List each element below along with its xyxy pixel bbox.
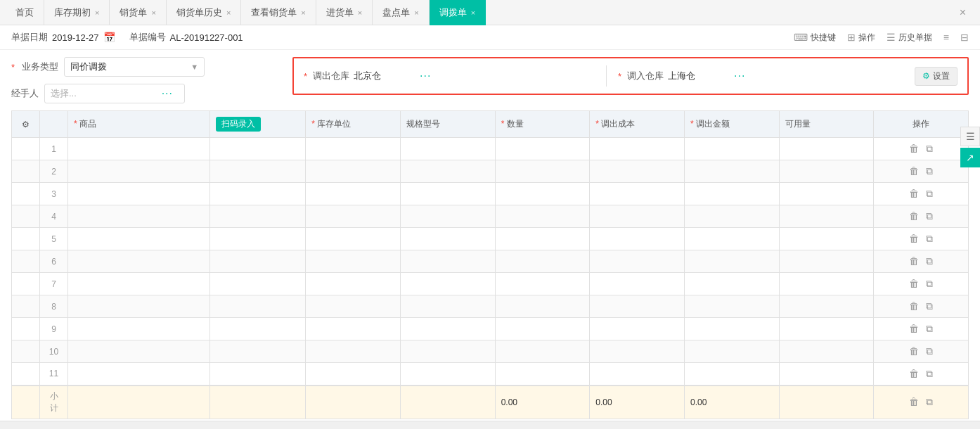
row-qty[interactable] [495, 205, 590, 228]
row-unit[interactable] [306, 340, 401, 363]
row-spec[interactable] [400, 295, 495, 318]
row-cost[interactable] [590, 228, 685, 250]
row-unit[interactable] [306, 138, 401, 160]
row-cost[interactable] [590, 340, 685, 363]
dest-warehouse-more[interactable]: ··· [734, 70, 745, 82]
row-amount[interactable] [684, 228, 779, 250]
copy-icon[interactable]: ⧉ [926, 143, 933, 154]
row-product[interactable] [68, 228, 210, 250]
row-amount[interactable] [684, 363, 779, 386]
delete-icon[interactable]: 🗑 [909, 143, 919, 154]
source-warehouse-more[interactable]: ··· [420, 70, 431, 82]
row-product[interactable] [68, 138, 210, 160]
handler-select[interactable]: 选择... ··· [44, 84, 185, 103]
business-type-select[interactable]: 同价调拨 ▼ [64, 57, 205, 77]
row-cost[interactable] [590, 318, 685, 340]
calendar-icon[interactable]: 📅 [103, 32, 115, 43]
row-unit[interactable] [306, 183, 401, 205]
row-unit[interactable] [306, 205, 401, 228]
row-cost[interactable] [590, 250, 685, 273]
row-spec[interactable] [400, 318, 495, 340]
delete-icon[interactable]: 🗑 [909, 278, 919, 289]
row-spec[interactable] [400, 273, 495, 295]
tab-view-sales[interactable]: 查看销货单 × [241, 0, 316, 25]
row-cost[interactable] [590, 205, 685, 228]
row-cost[interactable] [590, 273, 685, 295]
row-product[interactable] [68, 205, 210, 228]
row-qty[interactable] [495, 363, 590, 386]
row-qty[interactable] [495, 295, 590, 318]
row-unit[interactable] [306, 228, 401, 250]
handler-more-icon[interactable]: ··· [162, 87, 173, 100]
col-settings-header[interactable]: ⚙ [12, 111, 40, 138]
row-product[interactable] [68, 340, 210, 363]
subtotal-delete-icon[interactable]: 🗑 [909, 396, 919, 407]
delete-icon[interactable]: 🗑 [909, 345, 919, 357]
delete-icon[interactable]: 🗑 [909, 210, 919, 222]
tab-home[interactable]: 首页 [6, 0, 44, 25]
copy-icon[interactable]: ⧉ [926, 278, 933, 289]
row-cost[interactable] [590, 183, 685, 205]
row-spec[interactable] [400, 160, 495, 183]
row-cost[interactable] [590, 138, 685, 160]
close-all-tabs[interactable]: × [951, 6, 974, 19]
copy-icon[interactable]: ⧉ [926, 255, 933, 267]
row-spec[interactable] [400, 340, 495, 363]
row-qty[interactable] [495, 250, 590, 273]
delete-icon[interactable]: 🗑 [909, 323, 919, 334]
row-spec[interactable] [400, 363, 495, 386]
float-expand-btn[interactable]: ↗ [960, 148, 980, 167]
delete-icon[interactable]: 🗑 [909, 188, 919, 199]
copy-icon[interactable]: ⧉ [926, 300, 933, 312]
row-amount[interactable] [684, 183, 779, 205]
row-amount[interactable] [684, 318, 779, 340]
delete-icon[interactable]: 🗑 [909, 300, 919, 312]
tab-sales-history-close[interactable]: × [226, 8, 231, 17]
float-list-btn[interactable]: ☰ [960, 127, 980, 146]
row-cost[interactable] [590, 295, 685, 318]
row-product[interactable] [68, 295, 210, 318]
row-unit[interactable] [306, 160, 401, 183]
delete-icon[interactable]: 🗑 [909, 255, 919, 267]
row-qty[interactable] [495, 318, 590, 340]
row-amount[interactable] [684, 340, 779, 363]
copy-icon[interactable]: ⧉ [926, 368, 933, 379]
row-unit[interactable] [306, 273, 401, 295]
tab-inventory-init-close[interactable]: × [95, 8, 99, 17]
row-spec[interactable] [400, 205, 495, 228]
subtotal-copy-icon[interactable]: ⧉ [926, 396, 933, 407]
row-product[interactable] [68, 160, 210, 183]
bottom-scrollbar[interactable] [0, 421, 980, 429]
row-amount[interactable] [684, 205, 779, 228]
view-toggle-grid[interactable]: ⊟ [960, 32, 969, 43]
tab-sales-history[interactable]: 销货单历史 × [167, 0, 241, 25]
tab-purchase-order-close[interactable]: × [358, 8, 362, 17]
row-amount[interactable] [684, 273, 779, 295]
row-unit[interactable] [306, 318, 401, 340]
tab-sales-order[interactable]: 销货单 × [110, 0, 166, 25]
row-qty[interactable] [495, 228, 590, 250]
tab-view-sales-close[interactable]: × [301, 8, 305, 17]
col-scan-header[interactable]: 扫码录入 [209, 111, 305, 138]
row-qty[interactable] [495, 183, 590, 205]
copy-icon[interactable]: ⧉ [926, 233, 933, 244]
operations-button[interactable]: ⊞ 操作 [847, 32, 875, 44]
row-product[interactable] [68, 273, 210, 295]
settings-button[interactable]: ⚙ 设置 [915, 67, 958, 86]
row-unit[interactable] [306, 295, 401, 318]
row-amount[interactable] [684, 250, 779, 273]
shortcuts-button[interactable]: ⌨ 快捷键 [794, 32, 836, 44]
row-spec[interactable] [400, 183, 495, 205]
tab-inventory-check-close[interactable]: × [414, 8, 418, 17]
tab-transfer[interactable]: 调拨单 × [430, 0, 486, 25]
copy-icon[interactable]: ⧉ [926, 165, 933, 177]
row-unit[interactable] [306, 363, 401, 386]
row-qty[interactable] [495, 340, 590, 363]
tab-sales-order-close[interactable]: × [151, 8, 155, 17]
row-spec[interactable] [400, 228, 495, 250]
row-amount[interactable] [684, 160, 779, 183]
delete-icon[interactable]: 🗑 [909, 368, 919, 379]
row-unit[interactable] [306, 250, 401, 273]
row-product[interactable] [68, 318, 210, 340]
copy-icon[interactable]: ⧉ [926, 323, 933, 334]
